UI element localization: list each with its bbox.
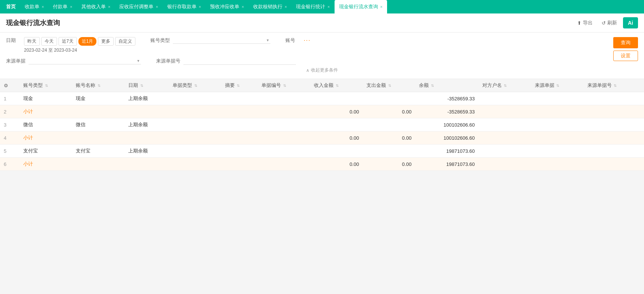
cell-counterpart (479, 145, 531, 158)
query-button[interactable]: 查询 (613, 37, 638, 48)
cell-summary (221, 145, 258, 158)
col-account-name[interactable]: 账号名称 ⇅ (72, 79, 125, 92)
cell-doc-type (169, 118, 221, 131)
nav-tab-qitashouru[interactable]: 其他收入单 × (77, 0, 115, 13)
source-doc-field: 来源单据 ▾ (6, 58, 141, 64)
nav-tab-label: 付款单 (53, 3, 68, 10)
date-1month-btn[interactable]: 近1月 (78, 37, 97, 46)
col-source-doc[interactable]: 来源单据 ⇅ (531, 79, 584, 92)
nav-tab-xianjinliushui[interactable]: 现金银行流水查询 × (335, 0, 387, 13)
cell-account-name (72, 131, 125, 145)
close-icon[interactable]: × (199, 4, 201, 9)
nav-tab-xianjintongji[interactable]: 现金银行统计 × (291, 0, 334, 13)
close-icon[interactable]: × (156, 4, 158, 9)
date-today-btn[interactable]: 今天 (41, 37, 57, 46)
cell-doc-no (258, 105, 310, 118)
cell-doc-type (169, 131, 221, 145)
close-icon[interactable]: × (242, 4, 244, 9)
close-icon[interactable]: × (327, 4, 330, 9)
nav-tab-shoukuanhe[interactable]: 收款核销执行 × (249, 0, 291, 13)
nav-tab-label: 银行存取款单 (167, 3, 197, 10)
col-date[interactable]: 日期 ⇅ (125, 79, 169, 92)
account-more-btn[interactable]: ··· (303, 37, 311, 44)
close-icon[interactable]: × (42, 4, 44, 9)
nav-tab-fukuandan[interactable]: 付款单 × (48, 0, 77, 13)
date-options: 昨天 今天 近7天 近1月 更多 自定义 (24, 37, 135, 46)
account-type-select[interactable]: ▾ (173, 37, 270, 44)
top-navigation: 首页 收款单 × 付款单 × 其他收入单 × 应收应付调整单 × 银行存取款单 … (0, 0, 644, 13)
date-custom-btn[interactable]: 自定义 (115, 37, 135, 46)
setting-button[interactable]: 设置 (613, 51, 638, 61)
col-summary[interactable]: 摘要 ⇅ (221, 79, 258, 92)
setting-label: 设置 (621, 53, 630, 58)
account-type-field: 账号类型 ▾ (150, 37, 270, 44)
date-more-btn[interactable]: 更多 (98, 37, 114, 46)
collapse-bar[interactable]: ∧ 收起更多条件 (6, 65, 638, 74)
nav-home[interactable]: 首页 (2, 0, 20, 13)
export-button[interactable]: ⬆ 导出 (574, 18, 596, 28)
col-account-type[interactable]: 账号类型 ⇅ (20, 79, 72, 92)
sort-icon: ⇅ (388, 84, 391, 88)
cell-doc-no (258, 118, 310, 131)
cell-doc-type (169, 158, 221, 171)
cell-account-name: 现金 (72, 92, 125, 105)
col-counterpart[interactable]: 对方户名 ⇅ (479, 79, 531, 92)
table-row: 5支付宝支付宝上期余额19871073.60 (0, 145, 644, 158)
col-doc-type[interactable]: 单据类型 ⇅ (169, 79, 221, 92)
cell-source-doc-no (584, 158, 644, 171)
query-label: 查询 (621, 40, 630, 45)
cell-source-doc (531, 158, 584, 171)
cell-account-name (72, 105, 125, 118)
source-doc-select[interactable]: ▾ (29, 58, 141, 64)
col-doc-no[interactable]: 单据编号 ⇅ (258, 79, 310, 92)
cell-account-type: 微信 (20, 118, 72, 131)
cell-expense (363, 118, 415, 131)
cell-account-type: 支付宝 (20, 145, 72, 158)
cell-source-doc-no (584, 105, 644, 118)
cell-source-doc (531, 131, 584, 145)
nav-tab-yinhangcunkuan[interactable]: 银行存取款单 × (163, 0, 206, 13)
header-actions: ⬆ 导出 ↺ 刷新 Ai (574, 17, 638, 28)
cell-source-doc-no (584, 118, 644, 131)
source-doc-no-input[interactable] (183, 57, 296, 65)
cell-expense (363, 145, 415, 158)
cell-source-doc (531, 118, 584, 131)
refresh-icon: ↺ (602, 20, 606, 26)
cell-expense: 0.00 (363, 158, 415, 171)
source-doc-no-field: 来源单据号 (156, 57, 296, 65)
cell-summary (221, 131, 258, 145)
close-icon[interactable]: × (380, 4, 383, 9)
cell-doc-no (258, 145, 310, 158)
cell-source-doc-no (584, 131, 644, 145)
nav-tab-yushou[interactable]: 预收冲应收单 × (206, 0, 248, 13)
cell-source-doc-no (584, 145, 644, 158)
nav-tab-label: 收款核销执行 (253, 3, 282, 10)
cell-expense: 0.00 (363, 105, 415, 118)
close-icon[interactable]: × (70, 4, 72, 9)
col-balance[interactable]: 余额 ⇅ (415, 79, 479, 92)
cell-income (310, 145, 363, 158)
close-icon[interactable]: × (285, 4, 287, 9)
close-icon[interactable]: × (108, 4, 110, 9)
col-expense[interactable]: 支出金额 ⇅ (363, 79, 415, 92)
cell-date (125, 105, 169, 118)
cell-counterpart (479, 118, 531, 131)
col-source-doc-no[interactable]: 来源单据号 ⇅ (584, 79, 644, 92)
cell-account-name: 微信 (72, 118, 125, 131)
col-gear[interactable]: ⚙ (0, 79, 20, 92)
cell-summary (221, 92, 258, 105)
cell-balance: -3528659.33 (415, 105, 479, 118)
table-body: 1现金现金上期余额-3528659.332小计0.000.00-3528659.… (0, 92, 644, 171)
cell-source-doc (531, 92, 584, 105)
data-table: ⚙ 账号类型 ⇅ 账号名称 ⇅ 日期 ⇅ 单据类型 ⇅ (0, 79, 644, 171)
nav-tab-yingshouyingfu[interactable]: 应收应付调整单 × (115, 0, 162, 13)
cell-source-doc-no (584, 92, 644, 105)
cell-doc-type (169, 105, 221, 118)
date-yesterday-btn[interactable]: 昨天 (24, 37, 40, 46)
date-7days-btn[interactable]: 近7天 (59, 37, 77, 46)
refresh-button[interactable]: ↺ 刷新 (599, 18, 620, 28)
ai-button[interactable]: Ai (623, 17, 638, 28)
nav-tab-shoukuandan[interactable]: 收款单 × (20, 0, 48, 13)
col-income[interactable]: 收入金额 ⇅ (310, 79, 363, 92)
cell-balance: -3528659.33 (415, 92, 479, 105)
